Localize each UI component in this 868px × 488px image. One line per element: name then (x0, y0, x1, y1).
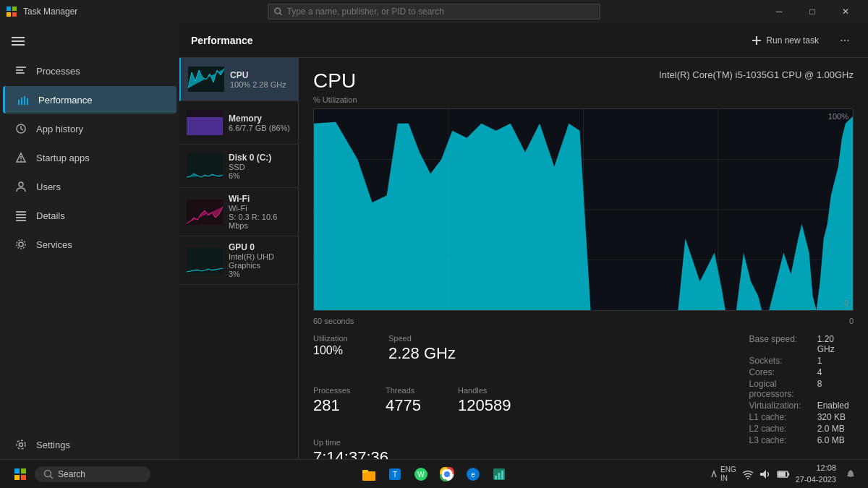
tray-chevron-icon (710, 468, 718, 480)
svg-rect-11 (24, 96, 25, 105)
logical-value: 8 (817, 379, 854, 399)
speed-label: Speed (388, 334, 456, 343)
processes-stat-value: 281 (313, 396, 371, 415)
process-stats: Processes 281 Threads 4775 Handles 12058… (313, 386, 699, 415)
wifi-info: Wi-Fi Wi-Fi S: 0.3 R: 10.6 Mbps (229, 194, 291, 230)
sockets-label: Sockets: (749, 356, 805, 366)
gpu-device-name: GPU 0 (229, 242, 291, 252)
cpu-title: CPU (313, 69, 356, 93)
svg-point-16 (20, 160, 22, 161)
content-area: Performance Run new task ··· (179, 23, 868, 459)
device-item-memory[interactable]: Memory 6.6/7.7 GB (86%) (179, 101, 298, 145)
cpu-specs: Base speed: 1.20 GHz Sockets: 1 Cores: 4… (749, 334, 854, 445)
cores-value: 4 (817, 367, 854, 377)
l3-label: L3 cache: (749, 435, 805, 445)
run-new-task-button[interactable]: Run new task (743, 31, 827, 50)
maximize-button[interactable]: □ (796, 0, 829, 23)
taskbar-center-apps: T W e (357, 463, 511, 486)
l1-label: L1 cache: (749, 412, 805, 422)
svg-rect-7 (16, 69, 23, 71)
memory-mini-chart (187, 110, 223, 135)
more-options-button[interactable]: ··· (833, 29, 856, 52)
notification-center[interactable] (842, 463, 859, 486)
taskbar-task-manager-pinned[interactable] (488, 463, 511, 486)
device-list: CPU 100% 2.28 GHz Memory 6.6/7.7 GB (86%… (179, 58, 299, 459)
users-icon (14, 180, 27, 193)
svg-rect-9 (18, 100, 20, 105)
svg-point-54 (444, 471, 450, 477)
memory-device-name: Memory (229, 114, 291, 124)
svg-rect-58 (495, 476, 497, 479)
minimize-button[interactable]: ─ (762, 0, 796, 23)
wifi-device-sub1: Wi-Fi (229, 204, 291, 213)
svg-rect-2 (7, 12, 11, 17)
sidebar-item-processes[interactable]: Processes (3, 57, 176, 85)
taskbar-app2[interactable]: T (383, 463, 407, 486)
system-tray[interactable]: ENG IN (710, 466, 736, 483)
device-item-wifi[interactable]: Wi-Fi Wi-Fi S: 0.3 R: 10.6 Mbps (179, 188, 298, 236)
content-body: CPU 100% 2.28 GHz Memory 6.6/7.7 GB (86%… (179, 58, 868, 459)
clock-time: 12:08 (796, 463, 836, 474)
app-history-icon (14, 122, 27, 135)
taskbar-search-icon (43, 469, 54, 479)
svg-point-17 (19, 182, 23, 187)
sidebar-item-services[interactable]: Services (3, 231, 176, 258)
sidebar-item-details[interactable]: Details (3, 202, 176, 229)
svg-rect-8 (16, 72, 25, 74)
taskbar-search-button[interactable]: Search (35, 466, 150, 482)
language-label: ENG IN (720, 466, 736, 483)
sidebar-item-users[interactable]: Users (3, 173, 176, 200)
sidebar-item-app-history[interactable]: App history (3, 115, 176, 142)
processes-label: Processes (36, 66, 80, 77)
titlebar-search[interactable] (268, 4, 600, 20)
taskbar-whatsapp[interactable]: W (409, 463, 433, 486)
system-clock[interactable]: 12:08 27-04-2023 (796, 463, 836, 485)
titlebar-controls: ─ □ ✕ (762, 0, 862, 23)
wifi-tray-icon[interactable] (742, 469, 754, 479)
taskbar-chrome[interactable] (435, 463, 459, 486)
services-label: Services (36, 239, 72, 250)
svg-rect-20 (16, 217, 26, 218)
sidebar-item-performance[interactable]: Performance (3, 86, 176, 114)
svg-point-25 (17, 440, 25, 449)
svg-rect-1 (12, 7, 17, 11)
titlebar-search-input[interactable] (287, 7, 594, 17)
new-task-icon (752, 35, 762, 46)
content-header: Performance Run new task ··· (179, 23, 868, 58)
device-item-gpu[interactable]: GPU 0 Intel(R) UHD Graphics 3% (179, 236, 298, 285)
svg-point-45 (45, 470, 51, 476)
svg-rect-59 (498, 473, 501, 479)
search-icon (274, 7, 283, 16)
device-item-disk[interactable]: Disk 0 (C:) SSD 6% (179, 145, 298, 188)
time-label: 60 seconds (313, 317, 354, 325)
cpu-info: CPU 100% 2.28 GHz (230, 70, 291, 89)
svg-rect-65 (788, 473, 789, 476)
start-button[interactable] (9, 463, 32, 486)
taskbar-file-explorer[interactable] (357, 463, 380, 486)
utilization-label: Utilization (313, 334, 371, 343)
disk-device-sub1: SSD (229, 163, 291, 171)
settings-label: Settings (36, 440, 70, 450)
hamburger-button[interactable] (0, 29, 179, 53)
cpu-model: Intel(R) Core(TM) i5-1035G1 CPU @ 1.00GH… (659, 69, 854, 80)
logical-label: Logical processors: (749, 379, 805, 399)
app-icon (6, 6, 17, 17)
sidebar-item-startup[interactable]: Startup apps (3, 144, 176, 171)
cpu-graph-ymax: 100% (828, 112, 848, 121)
base-speed-value: 1.20 GHz (817, 334, 854, 354)
sidebar-item-settings[interactable]: Settings (3, 431, 176, 458)
svg-point-61 (747, 478, 749, 479)
taskbar-browser2[interactable]: e (461, 463, 485, 486)
gpu-info: GPU 0 Intel(R) UHD Graphics 3% (229, 242, 291, 278)
taskbar-search-label: Search (58, 469, 85, 479)
l2-label: L2 cache: (749, 424, 805, 434)
threads-block: Threads 4775 (386, 386, 443, 415)
volume-tray-icon[interactable] (760, 469, 771, 479)
chrome-icon (440, 467, 454, 481)
battery-tray-icon[interactable] (777, 470, 790, 479)
close-button[interactable]: ✕ (829, 0, 862, 23)
main-layout: Processes Performance App history Startu… (0, 23, 868, 459)
svg-marker-62 (760, 470, 766, 479)
device-item-cpu[interactable]: CPU 100% 2.28 GHz (179, 58, 298, 101)
battery-icon (777, 470, 790, 479)
